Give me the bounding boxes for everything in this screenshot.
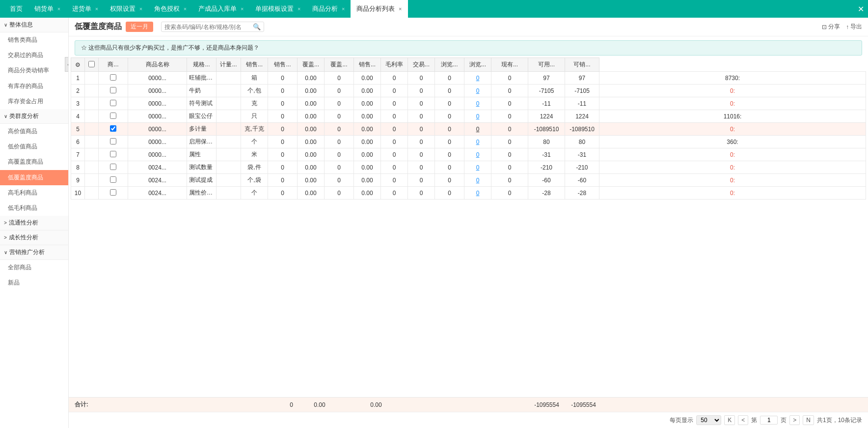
trade-col-header[interactable]: 交易... bbox=[408, 58, 435, 72]
spec-col-header[interactable]: 规格... bbox=[187, 58, 217, 72]
browse1-cell[interactable]: 0 bbox=[464, 174, 491, 187]
row-checkbox[interactable] bbox=[110, 125, 116, 132]
sales2-col-header[interactable]: 销售... bbox=[268, 58, 298, 72]
row-checkbox[interactable] bbox=[110, 151, 116, 157]
page-size-select[interactable]: 50 20 100 bbox=[696, 415, 721, 425]
sidebar-item-category-rate[interactable]: 商品分类动销率 bbox=[0, 63, 68, 78]
sidebar-section-overall[interactable]: ∨ 整体信息 bbox=[0, 18, 68, 32]
row-checkbox[interactable] bbox=[110, 74, 116, 81]
checkbox-cell[interactable] bbox=[99, 174, 128, 187]
nav-tab-template[interactable]: 单据模板设置 × bbox=[249, 0, 306, 18]
sidebar-item-sales-goods[interactable]: 销售类商品 bbox=[0, 32, 68, 48]
close-icon[interactable]: × bbox=[95, 6, 98, 12]
checkbox-cell[interactable] bbox=[99, 85, 128, 97]
cover2-col-header[interactable]: 覆盖... bbox=[325, 58, 354, 72]
row-checkbox[interactable] bbox=[110, 138, 116, 144]
checkbox-cell[interactable] bbox=[99, 187, 128, 200]
browse1-cell[interactable]: 0 bbox=[464, 161, 491, 174]
sidebar-item-stocked-goods[interactable]: 有库存的商品 bbox=[0, 79, 68, 94]
page-input[interactable] bbox=[760, 416, 778, 425]
sidebar-collapse-button[interactable]: « bbox=[65, 57, 69, 72]
sidebar-item-stock-capital[interactable]: 库存资金占用 bbox=[0, 94, 68, 109]
current-col-header[interactable]: 现有... bbox=[491, 58, 528, 72]
browse1-cell[interactable]: 0 bbox=[464, 123, 491, 136]
sidebar-item-all-goods[interactable]: 全部商品 bbox=[0, 260, 68, 275]
sidebar-section-marketing[interactable]: ∨ 营销推广分析 bbox=[0, 245, 68, 260]
row-checkbox[interactable] bbox=[110, 189, 116, 196]
browse1-cell[interactable]: 0 bbox=[464, 97, 491, 110]
settings-cell[interactable] bbox=[85, 97, 99, 110]
nav-tab-home[interactable]: 首页 bbox=[4, 0, 28, 18]
settings-cell[interactable] bbox=[85, 72, 99, 85]
sidebar-item-high-coverage[interactable]: 高覆盖度商品 bbox=[0, 154, 68, 170]
close-icon[interactable]: × bbox=[184, 6, 187, 12]
nav-tab-analysis-list[interactable]: 商品分析列表 × bbox=[351, 0, 407, 18]
sidebar-section-cluster[interactable]: ∨ 类群度分析 bbox=[0, 109, 68, 124]
close-all-button[interactable]: ✕ bbox=[858, 4, 864, 14]
settings-cell[interactable] bbox=[85, 85, 99, 97]
settings-col-header[interactable]: ⚙ bbox=[71, 58, 85, 72]
browse1-col-header[interactable]: 浏览... bbox=[435, 58, 464, 72]
row-checkbox[interactable] bbox=[110, 100, 116, 106]
checkbox-cell[interactable] bbox=[99, 110, 128, 123]
sidebar-item-new-goods[interactable]: 新品 bbox=[0, 275, 68, 290]
browse1-cell[interactable]: 0 bbox=[464, 85, 491, 97]
browse1-cell[interactable]: 0 bbox=[464, 110, 491, 123]
sidebar-item-traded-goods[interactable]: 交易过的商品 bbox=[0, 48, 68, 63]
browse1-cell[interactable]: 0 bbox=[464, 72, 491, 85]
nav-tab-permission[interactable]: 权限设置 × bbox=[104, 0, 148, 18]
settings-cell[interactable] bbox=[85, 161, 99, 174]
sales3-col-header[interactable]: 销售... bbox=[354, 58, 381, 72]
code-col-header[interactable]: 商... bbox=[99, 58, 128, 72]
row-checkbox[interactable] bbox=[110, 113, 116, 119]
nav-tab-purchase[interactable]: 进货单 × bbox=[66, 0, 104, 18]
settings-cell[interactable] bbox=[85, 123, 99, 136]
checkbox-cell[interactable] bbox=[99, 72, 128, 85]
cover1-col-header[interactable]: 覆盖... bbox=[298, 58, 325, 72]
settings-cell[interactable] bbox=[85, 174, 99, 187]
browse1-cell[interactable]: 0 bbox=[464, 187, 491, 200]
nav-tab-sales[interactable]: 销货单 × bbox=[28, 0, 66, 18]
prev-page-button[interactable]: < bbox=[738, 415, 748, 425]
next-page-button[interactable]: > bbox=[789, 415, 800, 425]
settings-cell[interactable] bbox=[85, 110, 99, 123]
sidebar-item-low-margin[interactable]: 低毛利商品 bbox=[0, 200, 68, 216]
settings-cell[interactable] bbox=[85, 187, 99, 200]
first-page-button[interactable]: K bbox=[724, 415, 735, 425]
close-icon[interactable]: × bbox=[298, 6, 300, 12]
nav-tab-analysis[interactable]: 商品分析 × bbox=[306, 0, 351, 18]
close-icon[interactable]: × bbox=[399, 6, 402, 12]
close-icon[interactable]: × bbox=[342, 6, 345, 12]
sidebar-item-high-margin[interactable]: 高毛利商品 bbox=[0, 185, 68, 200]
sidebar-item-high-value[interactable]: 高价值商品 bbox=[0, 124, 68, 139]
sidebar-item-low-value[interactable]: 低价值商品 bbox=[0, 139, 68, 154]
search-input[interactable] bbox=[164, 24, 253, 30]
last-page-button[interactable]: N bbox=[803, 415, 814, 425]
browse2-col-header[interactable]: 浏览... bbox=[464, 58, 491, 72]
margin-col-header[interactable]: 毛利率 bbox=[381, 58, 408, 72]
row-checkbox[interactable] bbox=[110, 176, 116, 183]
sales1-col-header[interactable]: 销售... bbox=[241, 58, 268, 72]
select-all-checkbox[interactable] bbox=[88, 61, 95, 67]
settings-cell[interactable] bbox=[85, 136, 99, 148]
checkbox-cell[interactable] bbox=[99, 123, 128, 136]
nav-tab-role[interactable]: 角色授权 × bbox=[148, 0, 192, 18]
sidebar-section-growth[interactable]: > 成长性分析 bbox=[0, 230, 68, 245]
close-icon[interactable]: × bbox=[57, 6, 60, 12]
settings-cell[interactable] bbox=[85, 148, 99, 161]
checkbox-cell[interactable] bbox=[99, 136, 128, 148]
saleable-col-header[interactable]: 可销... bbox=[565, 58, 599, 72]
checkbox-cell[interactable] bbox=[99, 148, 128, 161]
browse1-cell[interactable]: 0 bbox=[464, 148, 491, 161]
sidebar-item-low-coverage[interactable]: 低覆盖度商品 bbox=[0, 170, 68, 185]
sidebar-section-circulation[interactable]: > 流通性分析 bbox=[0, 216, 68, 230]
checkbox-col-header[interactable] bbox=[85, 58, 99, 72]
filter-recent-month-button[interactable]: 近一月 bbox=[126, 22, 153, 32]
share-button[interactable]: ⊡ 分享 bbox=[822, 23, 840, 31]
close-icon[interactable]: × bbox=[139, 6, 142, 12]
row-checkbox[interactable] bbox=[110, 164, 116, 170]
checkbox-cell[interactable] bbox=[99, 97, 128, 110]
unit-col-header[interactable]: 计量... bbox=[217, 58, 241, 72]
checkbox-cell[interactable] bbox=[99, 161, 128, 174]
browse1-cell[interactable]: 0 bbox=[464, 136, 491, 148]
